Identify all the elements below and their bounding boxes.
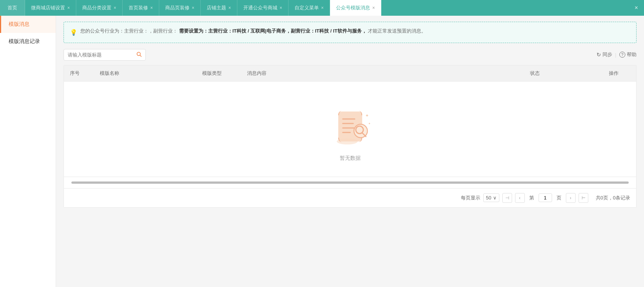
sidebar: 模版消息 模版消息记录	[0, 16, 56, 287]
tab-template-msg-close[interactable]: ×	[372, 5, 375, 10]
tab-shop-theme-close[interactable]: ×	[228, 5, 231, 10]
pagination: 每页显示 50 ∨ ⊣ ‹ 第 页 › ⊢ 共0页，0条记录	[64, 188, 636, 207]
horizontal-scrollbar[interactable]	[71, 181, 629, 184]
search-area	[64, 49, 146, 61]
page-number-input[interactable]	[539, 193, 552, 202]
tab-custom-menu[interactable]: 自定义菜单 ×	[289, 0, 330, 16]
help-icon: ?	[619, 52, 625, 58]
tab-shop-theme[interactable]: 店铺主题 ×	[201, 0, 237, 16]
notice-highlight: 需要设置为：主营行业：IT科技 / 互联网|电子商务，副营行业：IT科技 / I…	[179, 28, 367, 34]
tab-category-settings-label: 商品分类设置	[82, 4, 111, 11]
page-size-dropdown-icon: ∨	[493, 195, 497, 201]
sync-button[interactable]: ↻ 同步	[597, 51, 612, 58]
empty-state: ✦ ✦ 暂无数据	[64, 82, 636, 177]
main-layout: 模版消息 模版消息记录 💡 您的公众号行业为：主营行业：，副营行业： 需要设置为…	[0, 16, 644, 287]
page-next-button[interactable]: ›	[566, 193, 576, 203]
toolbar-divider: |	[615, 52, 616, 58]
tab-category-settings-close[interactable]: ×	[114, 5, 116, 10]
search-icon	[136, 52, 142, 57]
th-status: 状态	[524, 65, 591, 81]
page-first-button[interactable]: ⊣	[502, 193, 512, 203]
tab-open-mall-close[interactable]: ×	[280, 5, 282, 10]
tab-bar-close-all[interactable]: ×	[629, 4, 644, 11]
table-container: 序号 模版名称 模版类型 消息内容 状态 操作	[64, 65, 637, 208]
sync-icon: ↻	[597, 52, 601, 58]
tab-open-mall[interactable]: 开通公众号商城 ×	[237, 0, 289, 16]
tab-home[interactable]: 首页	[0, 0, 25, 16]
total-text: 共0页，0条记录	[596, 195, 630, 201]
svg-line-1	[140, 55, 142, 57]
tab-template-msg[interactable]: 公众号模版消息 ×	[330, 0, 381, 16]
empty-illustration: ✦ ✦	[328, 104, 373, 149]
svg-text:✦: ✦	[365, 113, 369, 118]
tab-home-label: 首页	[7, 4, 17, 11]
tab-product-decor-close[interactable]: ×	[192, 5, 194, 10]
tab-bar: 首页 微商城店铺设置 × 商品分类设置 × 首页装修 × 商品页装修 × 店铺主…	[0, 0, 644, 16]
th-action: 操作	[591, 65, 636, 81]
notice-text: 您的公众号行业为：主营行业：，副营行业： 需要设置为：主营行业：IT科技 / 互…	[80, 27, 630, 35]
tab-home-decor-close[interactable]: ×	[150, 5, 153, 10]
sidebar-item-template-msg[interactable]: 模版消息	[0, 16, 56, 33]
tab-weshop-settings[interactable]: 微商城店铺设置 ×	[25, 0, 76, 16]
main-content: 💡 您的公众号行业为：主营行业：，副营行业： 需要设置为：主营行业：IT科技 /…	[56, 16, 644, 287]
tab-open-mall-label: 开通公众号商城	[243, 4, 277, 11]
search-input[interactable]	[64, 49, 133, 60]
tab-category-settings[interactable]: 商品分类设置 ×	[76, 0, 123, 16]
sidebar-item-template-msg-record[interactable]: 模版消息记录	[0, 33, 56, 50]
notice-box: 💡 您的公众号行业为：主营行业：，副营行业： 需要设置为：主营行业：IT科技 /…	[64, 22, 637, 43]
svg-text:✦: ✦	[368, 122, 371, 125]
page-unit: 页	[557, 195, 561, 201]
tab-custom-menu-close[interactable]: ×	[321, 5, 324, 10]
th-type: 模版类型	[196, 65, 241, 81]
tab-product-decor[interactable]: 商品页装修 ×	[159, 0, 201, 16]
tab-product-decor-label: 商品页装修	[165, 4, 189, 11]
page-last-button[interactable]: ⊢	[579, 193, 588, 203]
page-size-value: 50	[486, 195, 491, 201]
page-size-select[interactable]: 50 ∨	[483, 193, 499, 202]
notice-icon: 💡	[70, 28, 77, 37]
toolbar: ↻ 同步 | ? 帮助	[64, 49, 637, 61]
toolbar-right: ↻ 同步 | ? 帮助	[597, 51, 637, 58]
search-button[interactable]	[133, 52, 145, 58]
page-size-label: 每页显示	[461, 195, 480, 201]
tab-home-decor[interactable]: 首页装修 ×	[123, 0, 159, 16]
scrollbar-area	[64, 177, 636, 188]
tab-template-msg-label: 公众号模版消息	[336, 4, 370, 11]
page-prev-button[interactable]: ‹	[515, 193, 525, 203]
tab-weshop-settings-close[interactable]: ×	[67, 5, 70, 10]
tab-shop-theme-label: 店铺主题	[207, 4, 226, 11]
th-name: 模版名称	[94, 65, 196, 81]
tab-weshop-settings-label: 微商城店铺设置	[31, 4, 65, 11]
help-button[interactable]: ? 帮助	[619, 51, 637, 58]
tab-custom-menu-label: 自定义菜单	[295, 4, 319, 11]
tab-home-decor-label: 首页装修	[129, 4, 148, 11]
th-content: 消息内容	[241, 65, 524, 81]
th-seq: 序号	[64, 65, 94, 81]
table-header: 序号 模版名称 模版类型 消息内容 状态 操作	[64, 65, 636, 82]
page-label: 第	[529, 195, 534, 201]
empty-text: 暂无数据	[340, 155, 361, 162]
